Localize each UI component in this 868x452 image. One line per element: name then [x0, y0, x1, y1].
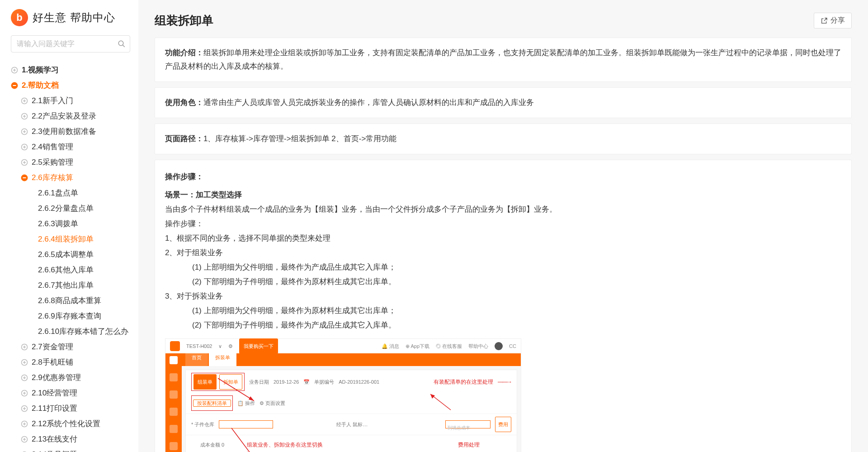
rail-icon	[170, 373, 178, 381]
logo-text: 好生意 帮助中心	[33, 10, 115, 25]
plus-icon	[11, 67, 18, 74]
embedded-screenshot: TEST-H002 ∨ ⚙ 我要购买一下 🔔 消息 ⊕ App下载 ◎ 在线客服…	[165, 338, 521, 452]
shot-input: 到填总成本	[445, 420, 491, 428]
shot-user: CC	[509, 339, 516, 353]
path-label: 页面路径：	[165, 134, 203, 143]
nav-label: 2.4销售管理	[32, 140, 73, 154]
nav-label: 2.6库存核算	[32, 171, 73, 185]
nav-label: 2.6.8商品成本重算	[38, 294, 101, 308]
nav-item[interactable]: 2.13在线支付	[21, 432, 130, 447]
nav-label: 2.6.2分量盘点单	[38, 201, 94, 216]
shot-input	[219, 420, 273, 428]
role-text: 通常由生产人员或库管人员完成拆装业务的操作，库管人员确认原材料的出库和产成品的入…	[203, 98, 534, 107]
nav-item[interactable]: 2.6库存核算	[21, 171, 130, 185]
plus-icon	[21, 390, 28, 397]
nav-item[interactable]: 2.6.7其他出库单	[38, 278, 130, 293]
nav-item[interactable]: 2.14常见问题	[21, 447, 130, 452]
nav-item[interactable]: 2.6.3调拨单	[38, 217, 130, 231]
rail-icon	[170, 408, 178, 416]
plus-icon	[21, 113, 28, 120]
nav-item[interactable]: 1.视频学习	[11, 63, 130, 77]
nav-item[interactable]: 2.帮助文档	[11, 78, 130, 93]
shot-label: 业务日期	[249, 375, 269, 389]
step-text: (2) 下部明细为子件明细，最终作为产成品生成其它入库单。	[165, 319, 841, 332]
nav-item[interactable]: 2.1新手入门	[21, 94, 130, 108]
step-text: 当由多个子件材料组装成一个成品的业务为【组装】业务，当由一个父件拆分成多个子产品…	[165, 203, 841, 216]
nav-item[interactable]: 2.2产品安装及登录	[21, 109, 130, 124]
plus-icon	[21, 97, 28, 105]
scenario-heading: 场景一：加工类型选择	[165, 188, 841, 202]
nav-item[interactable]: 2.6.8商品成本重算	[38, 294, 130, 308]
rail-icon	[170, 390, 178, 399]
main: 组装拆卸单 分享 功能介绍：组装拆卸单用来处理企业组装或拆卸等加工业务，支持有固…	[138, 0, 868, 452]
plus-icon	[21, 374, 28, 381]
shot-msg: 🔔 消息	[382, 339, 399, 353]
shot-label: 子件仓库	[194, 422, 214, 427]
search-input[interactable]	[11, 35, 130, 52]
plus-icon	[21, 436, 28, 443]
shot-logo-icon	[170, 341, 180, 351]
nav-item[interactable]: 2.6.10库存账本错了怎么办	[38, 324, 130, 339]
nav-item[interactable]: 2.7资金管理	[21, 340, 130, 354]
nav-label: 2.6.9库存账本查询	[38, 309, 101, 324]
rail-icon	[170, 356, 178, 364]
annotation: 有装配清单的在这里处理	[434, 375, 493, 389]
nav-label: 2.12系统个性化设置	[32, 417, 100, 431]
intro-label: 功能介绍：	[165, 48, 203, 57]
search-icon	[118, 40, 126, 48]
nav-item[interactable]: 2.4销售管理	[21, 140, 130, 154]
nav-label: 2.13在线支付	[32, 432, 77, 447]
intro-text: 组装拆卸单用来处理企业组装或拆卸等加工业务，支持有固定装配清单的产品加工业务，也…	[165, 48, 841, 71]
arrow-icon: ——→	[498, 375, 511, 389]
nav-item[interactable]: 2.6.6其他入库单	[38, 263, 130, 277]
nav-label: 2.6.6其他入库单	[38, 263, 94, 277]
annotation: 费用处理	[458, 438, 480, 452]
svg-line-1	[123, 45, 125, 47]
nav-label: 2.帮助文档	[22, 78, 59, 93]
shot-rail	[165, 353, 182, 452]
shot-help: 帮助中心	[468, 339, 488, 353]
nav-item[interactable]: 2.12系统个性化设置	[21, 417, 130, 431]
nav-item[interactable]: 2.6.5成本调整单	[38, 247, 130, 262]
role-label: 使用角色：	[165, 98, 203, 107]
shot-value: AD-20191226-001	[339, 375, 379, 389]
shot-label: 单据编号	[314, 375, 334, 389]
nav-item[interactable]: 2.8手机旺铺	[21, 355, 130, 370]
shot-action: 操作	[245, 400, 255, 406]
nav-label: 2.10经营管理	[32, 386, 77, 400]
nav-label: 2.1新手入门	[32, 94, 73, 108]
step-text: 操作步骤：	[165, 217, 841, 231]
nav-item[interactable]: 2.3使用前数据准备	[21, 124, 130, 139]
nav-item[interactable]: 2.5采购管理	[21, 155, 130, 170]
nav-item[interactable]: 2.6.2分量盘点单	[38, 201, 130, 216]
nav-item[interactable]: 2.6.1盘点单	[38, 186, 130, 200]
nav-item-active[interactable]: 2.6.4组装拆卸单	[38, 232, 130, 247]
step-text: 2、对于组装业务	[165, 246, 841, 260]
nav-label: 2.14常见问题	[32, 447, 77, 452]
nav-item[interactable]: 2.9优惠券管理	[21, 371, 130, 385]
step-text: (2) 下部明细为子件明细，最终作为原材料生成其它出库单。	[165, 275, 841, 289]
shot-content: 首页 拆装单 组装单 拆卸单 业务日期 2019-12-26	[182, 353, 521, 452]
intro-card: 功能介绍：组装拆卸单用来处理企业组装或拆卸等加工业务，支持有固定装配清单的产品加…	[155, 38, 852, 82]
plus-icon	[21, 343, 28, 351]
nav-item[interactable]: 2.11打印设置	[21, 401, 130, 416]
step-text: 1、根据不同的业务，选择不同单据的类型来处理	[165, 232, 841, 245]
path-card: 页面路径：1、库存核算->库存管理->组装拆卸单 2、首页->常用功能	[155, 124, 852, 154]
shot-tag: 拆卸单	[219, 374, 242, 390]
step-text: 3、对于拆装业务	[165, 290, 841, 303]
share-icon	[821, 17, 828, 24]
nav-item[interactable]: 2.10经营管理	[21, 386, 130, 400]
nav-label: 2.6.4组装拆卸单	[38, 232, 94, 247]
nav-item[interactable]: 2.6.9库存账本查询	[38, 309, 130, 324]
role-card: 使用角色：通常由生产人员或库管人员完成拆装业务的操作，库管人员确认原材料的出库和…	[155, 87, 852, 118]
search-wrap	[11, 35, 130, 52]
nav-label: 1.视频学习	[22, 63, 59, 77]
rail-icon	[170, 442, 178, 450]
share-button[interactable]: 分享	[814, 13, 852, 29]
step-text: (1) 上部明细为父件明细，最终作为原材料生成其它出库单；	[165, 304, 841, 318]
nav-label: 2.6.1盘点单	[38, 186, 78, 200]
nav-label: 2.7资金管理	[32, 340, 73, 354]
plus-icon	[21, 143, 28, 151]
step-text: (1) 上部明细为父件明细，最终作为产成品生成其它入库单；	[165, 261, 841, 274]
shot-label: 成本金额	[200, 442, 220, 447]
